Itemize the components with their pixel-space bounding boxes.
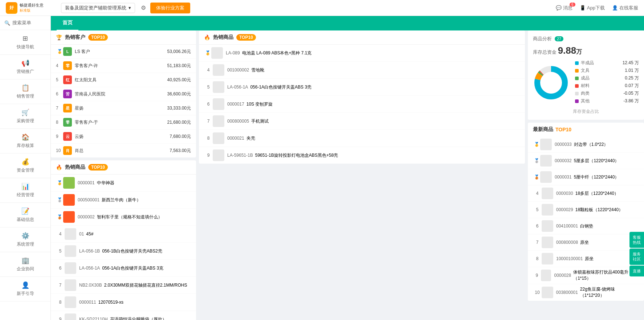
live-button[interactable]: 直播 [629, 266, 644, 276]
customer-row-7[interactable]: 9 云 云扬 7,680.00元 [51, 130, 196, 144]
mid-product-row-3[interactable]: 5 LA-056-1A 056-1A白色按键开关盖ABS 3壳 [199, 79, 525, 96]
hot-product-row-4[interactable]: 4 01 45# [51, 226, 196, 243]
sidebar-item-finance[interactable]: 💰 资金管理 [0, 153, 50, 178]
mid-product-row-4[interactable]: 6 0000017 10S 变刨罗旋 [199, 96, 525, 113]
hot-product-row-1[interactable]: 🥇 0000001 中华神器 [51, 175, 196, 192]
new-product-row-2[interactable]: 🥈 0000032 5厘多层（1220*2440） [528, 153, 644, 169]
customer-row-4[interactable]: 6 苦 苦南县人民医院 36,600.00元 [51, 87, 196, 101]
new-product-row-7[interactable]: 7 000800008 原坐 [528, 234, 644, 251]
sidebar-item-operations[interactable]: 📊 经营管理 [0, 178, 50, 203]
product-code: 003800001 [556, 290, 578, 295]
app-download-button[interactable]: 📱 App下载 [580, 5, 605, 11]
new-product-row-9[interactable]: 9 0000028 体锁嘉枚味苏打饮品400毫升（1*15） [528, 267, 644, 284]
legend-item-semi: 半成品 12.45 万 [575, 60, 639, 66]
product-code: LA-089 [226, 50, 240, 56]
medal-gold-icon: 🥇 [56, 48, 63, 55]
medal-gold-icon: 🥇 [56, 179, 63, 186]
rank-num: 5 [204, 85, 213, 90]
customers-top10-card: 🏆 热销客户 TOP10 🥇 L LS 客户 53,006.26元 4 [51, 30, 196, 157]
customer-row-8[interactable]: 10 肖 肖总 7,563.00元 [51, 144, 196, 157]
customer-row-3[interactable]: 5 红 红太阳文具 40,925.00元 [51, 73, 196, 87]
float-buttons: 客服热线 服务社区 直播 [629, 232, 644, 276]
sidebar-item-system[interactable]: ⚙️ 系统管理 [0, 227, 50, 252]
mid-product-row-5[interactable]: 7 000800005 手机测试 [199, 113, 525, 130]
service-community-button[interactable]: 服务社区 [629, 249, 644, 265]
customer-row-2[interactable]: 4 零 零售客户-许 51,183.00元 [51, 59, 196, 73]
new-product-row-6[interactable]: 6 004100001 白钢垫 [528, 218, 644, 234]
medal-gold-icon: 🥇 [204, 49, 211, 57]
product-code: 0000001 [78, 180, 95, 185]
trial-button[interactable]: 体验行业方案 [150, 3, 190, 13]
customer-service-button[interactable]: 客服热线 [629, 232, 644, 248]
customers-top10-header: 🏆 热销客户 TOP10 [51, 30, 196, 45]
sidebar-item-quick-nav[interactable]: ⊞ 快捷导航 [0, 30, 50, 55]
inventory-total-label: 库存总资金 9.88万 [533, 45, 639, 56]
hot-product-row-3[interactable]: 🥉 0000002 智利车子里（规格不知道填什么） [51, 209, 196, 226]
customer-avatar: 红 [63, 75, 72, 84]
product-code: 0000017 [227, 102, 244, 107]
message-button[interactable]: 💬 消息 6 [556, 5, 572, 11]
customer-avatar: 苦 [63, 90, 72, 98]
sidebar-item-marketing[interactable]: 📢 营销推广 [0, 55, 50, 79]
mid-product-row-6[interactable]: 8 0000021 夹壳 [199, 130, 525, 147]
rank-num: 5 [56, 249, 65, 254]
product-thumbnail [211, 47, 223, 59]
app-label: App下载 [587, 5, 605, 11]
product-thumbnail [542, 204, 553, 216]
sidebar-item-label: 经营管理 [17, 192, 34, 198]
legend-item-meat: 肉类 -0.05 万 [575, 90, 639, 97]
sidebar-item-basic-info[interactable]: 📝 基础信息 [0, 203, 50, 227]
hot-product-row-2[interactable]: 🥈 000500001 新西兰牛肉（新牛） [51, 192, 196, 209]
search-menu[interactable]: 🔍 搜索菜单 [0, 16, 50, 30]
operations-icon: 📊 [21, 182, 29, 190]
sidebar-item-enterprise[interactable]: 🏢 企业协同 [0, 252, 50, 277]
rank-num: 7 [204, 119, 213, 124]
system-selector[interactable]: 装备及固定资产辅助管理系统 ▾ [61, 3, 135, 13]
mid-product-row-2[interactable]: 4 001000002 雪地靴 [199, 62, 525, 79]
product-thumbnail [542, 220, 553, 232]
hot-product-row-5[interactable]: 5 LA-056-1B 056-1B白色按键开关壳ABS2壳 [51, 243, 196, 260]
customer-row-1[interactable]: 🥇 L LS 客户 53,006.26元 [51, 45, 196, 59]
new-product-row-5[interactable]: 5 0000029 18颗粒板（1220*2440） [528, 202, 644, 218]
product-name: 5厘多层（1220*2440） [574, 158, 619, 164]
product-name: 白钢垫 [580, 223, 593, 229]
customer-name: 苦南县人民医院 [75, 91, 167, 97]
sidebar-item-inventory[interactable]: 🏠 库存核算 [0, 129, 50, 153]
legend-value: -0.05 万 [623, 90, 639, 97]
customer-row-5[interactable]: 7 星 星扬 33,333.00元 [51, 101, 196, 115]
hot-product-row-7[interactable]: 7 NB2.0X30B 2.0X30MM双搓花轴搓花直径2.1MM/ROHS [51, 277, 196, 294]
medal-bronze-icon: 🥉 [533, 173, 540, 181]
new-product-row-3[interactable]: 🥉 0000031 5厘中纤（1220*2440） [528, 169, 644, 185]
mid-product-row-1[interactable]: 🥇 LA-089 电池盖 LA-089 ABS本色+黑种 7.1克 [199, 45, 525, 62]
rank-num: 8 [533, 256, 542, 261]
new-product-row-4[interactable]: 4 0000030 18多层（1220*2440） [528, 185, 644, 202]
hot-product-row-8[interactable]: 8 0000011 12070519-xs [51, 294, 196, 311]
legend-dot [575, 99, 579, 103]
product-code: NB2.0X30B [79, 283, 102, 288]
donut-chart [533, 65, 569, 101]
product-thumbnail [65, 313, 76, 320]
hot-product-row-9[interactable]: 9 KK-SD22110H 花语萌恒温分腿睡袋（厚款） [51, 311, 196, 320]
rank-num: 6 [533, 223, 542, 229]
customer-avatar: 零 [63, 118, 72, 127]
hot-product-row-6[interactable]: 6 LA-056-1A 056-1A白色按键开关盖ABS 3克 [51, 260, 196, 277]
mid-product-row-7[interactable]: 9 LA-59651-1B 59651-1B旋转投影灯电池盒ABS黑色+58壳 [199, 147, 525, 164]
sidebar-item-newbie[interactable]: 👤 新手引导 [0, 277, 50, 301]
sidebar-item-purchase[interactable]: 🛒 采购管理 [0, 104, 50, 129]
product-thumbnail [213, 64, 224, 76]
tab-home[interactable]: 首页 [57, 16, 78, 30]
online-service-button[interactable]: 👤 在线客服 [612, 5, 638, 11]
new-product-row-10[interactable]: 10 003800001 22g鱼豆腐-烧烤味（1*12*20） [528, 284, 644, 301]
customer-name: 红太阳文具 [75, 77, 167, 83]
legend-item-other: 其他 -3.86 万 [575, 98, 639, 104]
customer-row-6[interactable]: 8 零 零售客户-于 21,680.00元 [51, 115, 196, 130]
inventory-section-title: 商品分析 [533, 36, 552, 42]
product-name: 12070519-xs [98, 300, 123, 305]
product-name: 59651-1B旋转投影灯电池盒ABS黑色+58壳 [255, 152, 338, 159]
sidebar-item-sales[interactable]: 📋 销售管理 [0, 79, 50, 104]
product-code: 004100001 [556, 223, 578, 229]
new-product-row-1[interactable]: 🥇 0000033 封边带（1.0*22） [528, 136, 644, 153]
new-product-row-8[interactable]: 8 10000100001 原坐 [528, 251, 644, 267]
settings-icon[interactable]: ⚙ [141, 4, 146, 11]
inventory-total-value: 9.88 [558, 45, 576, 56]
